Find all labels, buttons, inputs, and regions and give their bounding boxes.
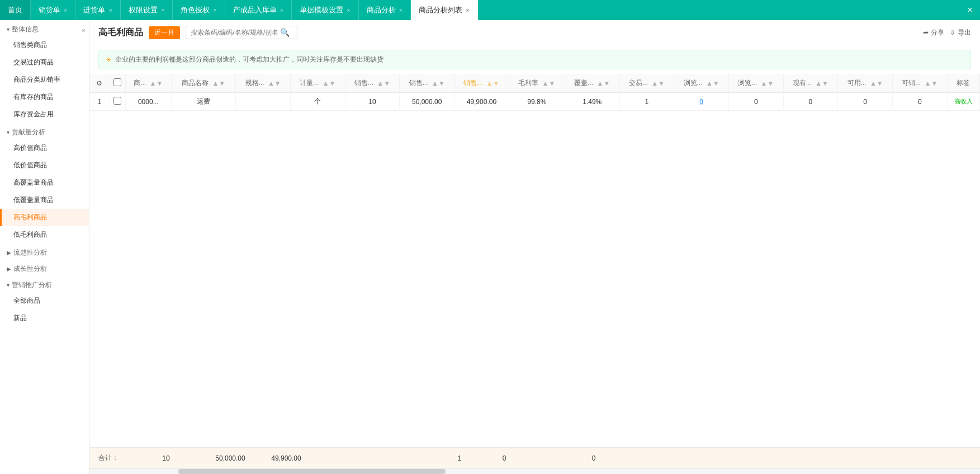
row-sales1: 10 [345,93,400,111]
sidebar-group-contribution[interactable]: ▾ 贡献量分析 [0,123,89,139]
sort-coverage[interactable]: ▲▼ [597,79,610,87]
row-stock: 0 [783,93,838,111]
sidebar-item-sales-goods[interactable]: 销售类商品 [0,36,89,54]
sort-sales3[interactable]: ▲▼ [486,79,500,87]
th-stock[interactable]: 现有... ▲▼ [783,74,838,93]
info-banner: ☀ 企业的主要的利润都是这部分商品创造的，可考虑加大推广，同时关注库存是不要出现… [98,50,971,69]
export-icon: ⇩ [950,29,955,36]
close-template-settings[interactable]: × [347,7,350,13]
sidebar-group-growth[interactable]: ▶ 成长性分析 [0,260,89,276]
sort-gross-rate[interactable]: ▲▼ [542,79,556,87]
share-btn[interactable]: ➦ 分享 [923,28,944,37]
sort-available[interactable]: ▲▼ [870,79,883,87]
sidebar-item-high-margin[interactable]: 高毛利商品 [0,209,89,226]
row-code: 0000... [125,93,171,111]
browse1-link[interactable]: 0 [699,98,703,106]
th-sales2[interactable]: 销售... ▲▼ [400,74,455,93]
sidebar-item-new-goods[interactable]: 新品 [0,309,89,327]
sidebar-group-marketing[interactable]: ▾ 营销推广分析 [0,276,89,292]
row-spec [236,93,291,111]
sort-browse2[interactable]: ▲▼ [761,79,774,87]
th-spec[interactable]: 规格... ▲▼ [236,74,291,93]
close-role-auth[interactable]: × [213,7,216,13]
sort-sales2[interactable]: ▲▼ [432,79,445,87]
nav-sales-order[interactable]: 销货单 × [31,0,75,20]
row-browse1[interactable]: 0 [674,93,729,111]
th-browse2[interactable]: 浏览... ▲▼ [728,74,783,93]
nav-purchase-order[interactable]: 进货单 × [75,0,120,20]
sidebar-item-high-coverage[interactable]: 高覆盖量商品 [0,174,89,191]
sidebar-item-all-goods[interactable]: 全部商品 [0,292,89,309]
row-name: 运费 [171,93,235,111]
th-tag[interactable]: 标签 [947,74,979,93]
th-saleable[interactable]: 可销... ▲▼ [892,74,947,93]
close-purchase-order[interactable]: × [108,7,112,13]
sort-sales1[interactable]: ▲▼ [377,79,390,87]
sidebar: « ▾ 整体信息 销售类商品 交易过的商品 商品分类助销率 有库存的商品 库存资… [0,20,89,474]
row-sales2: 50,000.00 [400,93,455,111]
sidebar-item-instock-goods[interactable]: 有库存的商品 [0,88,89,106]
row-checkbox[interactable] [113,97,121,105]
th-unit[interactable]: 计量... ▲▼ [291,74,345,93]
table-container[interactable]: ⚙ 商... ▲▼ 商品名称 ▲▼ [89,74,980,447]
th-coverage[interactable]: 覆盖... ▲▼ [565,74,619,93]
sort-name[interactable]: ▲▼ [212,79,225,87]
footer-browse2: 0 [482,454,527,462]
sidebar-item-low-margin[interactable]: 低毛利商品 [0,226,89,243]
nav-template-settings[interactable]: 单据模板设置 × [292,0,358,20]
group-arrow-trend: ▶ [7,250,11,256]
filter-recent-month-btn[interactable]: 近一月 [149,26,180,39]
close-product-analysis-list[interactable]: × [466,7,469,13]
search-input[interactable] [191,29,280,36]
sidebar-item-traded-goods[interactable]: 交易过的商品 [0,54,89,71]
sidebar-item-category-rate[interactable]: 商品分类助销率 [0,71,89,88]
select-all-checkbox[interactable] [113,78,121,86]
sidebar-item-low-value[interactable]: 低价值商品 [0,157,89,174]
th-name[interactable]: 商品名称 ▲▼ [171,74,235,93]
close-permission-settings[interactable]: × [161,7,164,13]
table-footer: 合计： 10 50,000.00 49,900.00 1 0 0 [89,447,980,468]
footer-sales1: 10 [130,454,202,462]
close-product-inbound[interactable]: × [280,7,283,13]
info-icon: ☀ [106,56,112,64]
nav-permission-settings[interactable]: 权限设置 × [121,0,173,20]
nav-role-auth[interactable]: 角色授权 × [173,0,225,20]
th-browse1[interactable]: 浏览... ▲▼ [674,74,729,93]
sort-browse1[interactable]: ▲▼ [706,79,719,87]
row-checkbox-cell[interactable] [110,93,125,111]
row-tag: 高收入 [947,93,979,111]
th-transaction[interactable]: 交易... ▲▼ [619,74,674,93]
search-icon[interactable]: 🔍 [280,28,290,37]
sort-spec[interactable]: ▲▼ [268,79,281,87]
sort-unit[interactable]: ▲▼ [323,79,336,87]
sort-transaction[interactable]: ▲▼ [651,79,665,87]
nav-product-analysis-list[interactable]: 商品分析列表 × [411,0,477,20]
th-code[interactable]: 商... ▲▼ [125,74,171,93]
th-checkbox[interactable] [110,74,125,93]
sidebar-item-stock-capital[interactable]: 库存资金占用 [0,106,89,123]
th-gross-rate[interactable]: 毛利率 ▲▼ [509,74,565,93]
table-header-row: ⚙ 商... ▲▼ 商品名称 ▲▼ [89,74,980,93]
close-product-analysis[interactable]: × [399,7,403,13]
th-sales1[interactable]: 销售... ▲▼ [345,74,400,93]
sort-stock[interactable]: ▲▼ [815,79,828,87]
sidebar-group-overall[interactable]: ▾ 整体信息 [0,20,89,36]
sidebar-collapse-btn[interactable]: « [78,25,89,36]
sort-saleable[interactable]: ▲▼ [925,79,938,87]
sort-code[interactable]: ▲▼ [150,79,163,87]
close-all-tabs[interactable]: × [960,0,980,20]
content-header: 高毛利商品 近一月 🔍 ➦ 分享 ⇩ 导出 [89,20,980,45]
sidebar-item-low-coverage[interactable]: 低覆盖量商品 [0,191,89,209]
sidebar-item-high-value[interactable]: 高价值商品 [0,139,89,157]
bottom-scrollbar[interactable] [89,468,980,474]
footer-label: 合计： [98,453,119,463]
export-btn[interactable]: ⇩ 导出 [950,28,971,37]
th-settings[interactable]: ⚙ [89,74,110,93]
nav-home[interactable]: 首页 [0,0,31,20]
nav-product-inbound[interactable]: 产成品入库单 × [225,0,292,20]
nav-product-analysis[interactable]: 商品分析 × [359,0,411,20]
th-available[interactable]: 可用... ▲▼ [838,74,893,93]
th-sales3[interactable]: 销售... ▲▼ [455,74,509,93]
close-sales-order[interactable]: × [64,7,67,13]
sidebar-group-trend[interactable]: ▶ 流趋性分析 [0,243,89,260]
